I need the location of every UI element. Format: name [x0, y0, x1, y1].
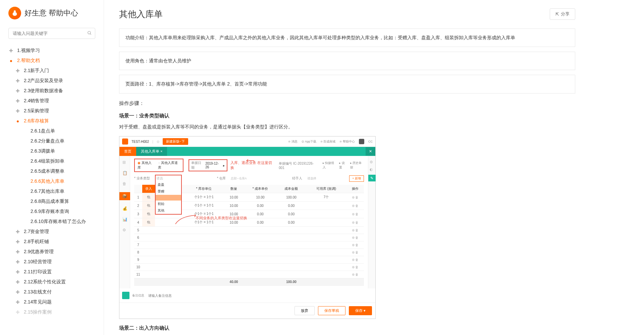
share-button[interactable]: ⇱ 分享	[550, 8, 575, 20]
intro-label: 功能介绍：	[125, 35, 149, 40]
ss-remark-icon	[122, 292, 129, 299]
ss-tool-icon: ◐	[370, 167, 374, 172]
role-text: 通常由仓管人员维护	[149, 58, 191, 63]
logo[interactable]: 好生意 帮助中心	[8, 7, 95, 19]
search-input[interactable]	[8, 28, 95, 39]
embedded-screenshot: TEST-H002 | ⊙ 新建新版−下 ⊙ 消息⊙ App下载⊙ 百成商城⊙ …	[119, 136, 376, 319]
plus-icon: ✚	[15, 229, 20, 234]
plus-icon: ✚	[15, 78, 20, 83]
nav-item[interactable]: 2.6.9库存账本查询	[8, 207, 95, 217]
search-box	[8, 28, 95, 39]
path-box: 页面路径：1、库存核算->库存管理->其他入库单 2、首页->常用功能	[119, 75, 575, 93]
ss-close-icon: ✕	[366, 147, 375, 156]
intro-box: 功能介绍：其他入库单用来处理除采购入库、产成品入库之外的其他入库业务，因此其他入…	[119, 29, 575, 47]
page-title: 其他入库单	[119, 8, 163, 20]
scene1-text: 对于受赠、盘盈或是拆装入库等不同的业务，是通过单据头【业务类型】进行区分。	[119, 122, 575, 131]
ss-draft-btn: 保存草稿	[318, 306, 345, 315]
nav-item[interactable]: ✚2.10经营管理	[8, 257, 95, 267]
nav-item[interactable]: ✚2.14常见问题	[8, 297, 95, 307]
plus-icon: ✚	[15, 88, 20, 94]
ss-nav-icon: 📋	[122, 171, 127, 175]
ss-add-btn: + 新增	[349, 175, 364, 182]
nav-item[interactable]: 2.6.10库存账本错了怎么办	[8, 217, 95, 227]
nav-item[interactable]: 2.6.6其他入库单	[8, 176, 95, 186]
ss-env: TEST-H002	[131, 140, 149, 144]
nav-item[interactable]: ✚2.13在线支付	[8, 287, 95, 297]
nav-label: 2.6库存核算	[24, 118, 49, 124]
plus-icon: ✚	[15, 259, 20, 265]
ss-nav-icon: 📦	[119, 192, 130, 200]
nav-item[interactable]: 2.6.3调拨单	[8, 146, 95, 156]
ss-tool-icon: ✎	[368, 175, 376, 181]
scene2-title: 场景二：出入方向确认	[119, 325, 575, 331]
annotation-text: 不同业务的入库类型在这里切换	[196, 216, 247, 221]
sidebar: 好生意 帮助中心 ✚ 1.视频学习 ● 2.帮助文档 ✚2.1新手入门✚2.2产…	[0, 0, 104, 335]
nav-item[interactable]: ✚ 2.15操作案例	[8, 307, 95, 317]
plus-icon: ✚	[15, 299, 20, 305]
ss-nav-icon: ⚙	[122, 228, 127, 232]
ss-nav-icon: 📊	[122, 217, 127, 222]
nav-item[interactable]: ✚2.4销售管理	[8, 96, 95, 106]
plus-icon: ✚	[15, 108, 20, 114]
nav-item[interactable]: 2.6.7其他出库单	[8, 186, 95, 197]
nav-item[interactable]: 2.6.1盘点单	[8, 126, 95, 136]
intro-text: 其他入库单用来处理除采购入库、产成品入库之外的其他入库业务，因此其他入库单可处理…	[149, 35, 515, 40]
path-label: 页面路径：	[125, 81, 149, 87]
ss-nav-icon: 🗑	[122, 181, 127, 186]
nav-item[interactable]: ✚2.1新手入门	[8, 66, 95, 76]
nav-item[interactable]: ✚2.7资金管理	[8, 227, 95, 237]
ss-guide-btn: 新建新版−下	[163, 138, 188, 145]
nav-item-docs[interactable]: ● 2.帮助文档	[8, 56, 95, 66]
logo-text: 好生意 帮助中心	[24, 8, 78, 18]
ss-save-btn: 保存 ▾	[349, 306, 372, 315]
nav-item[interactable]: ✚2.3使用前数据准备	[8, 86, 95, 96]
plus-icon: ✚	[15, 289, 20, 295]
nav-item[interactable]: 2.6.8商品成本重算	[8, 197, 95, 207]
scene1-title: 场景一：业务类型确认	[119, 113, 575, 119]
nav-item[interactable]: 2.6.4组装拆卸单	[8, 156, 95, 166]
role-label: 使用角色：	[125, 58, 149, 63]
plus-icon: ✚	[15, 269, 20, 275]
ss-biztype-dropdown: 请选 盘盈受赠 初始其他	[155, 175, 182, 182]
nav-item[interactable]: ✚2.12系统个性化设置	[8, 277, 95, 287]
nav-item-inventory[interactable]: ● 2.6库存核算	[8, 116, 95, 126]
ss-logo-icon	[122, 138, 128, 145]
ss-date-box: 单据日期 2019-12-26 ▸	[189, 159, 227, 171]
ss-avatar-icon	[359, 139, 364, 144]
plus-icon: ✚	[15, 249, 20, 255]
logo-icon	[8, 7, 21, 19]
svg-point-0	[88, 31, 91, 34]
plus-icon: ✚	[15, 279, 20, 285]
plus-icon: ✚	[8, 48, 14, 53]
path-text: 1、库存核算->库存管理->其他入库单 2、首页->常用功能	[149, 81, 267, 87]
share-icon: ⇱	[555, 12, 559, 17]
ss-tab-home: 首页	[119, 147, 136, 156]
nav-item[interactable]: 2.6.5成本调整单	[8, 166, 95, 176]
plus-icon: ✚	[15, 310, 20, 315]
nav-item[interactable]: ✚2.9优惠券管理	[8, 247, 95, 257]
plus-icon: ✚	[15, 239, 20, 244]
minus-icon: ●	[8, 58, 14, 63]
ss-type-radio-group: ◉ 其他入库 ○ 其他入库退库	[134, 159, 183, 172]
ss-remark-input	[147, 292, 373, 299]
steps-label: 操作步骤：	[119, 100, 575, 107]
share-label: 分享	[561, 11, 570, 17]
ss-cancel-btn: 放弃	[294, 306, 315, 315]
nav-item[interactable]: ✚2.5采购管理	[8, 106, 95, 116]
nav-item[interactable]: 2.6.2分量盘点单	[8, 136, 95, 146]
svg-line-1	[90, 34, 91, 35]
role-box: 使用角色：通常由仓管人员维护	[119, 52, 575, 70]
nav-item[interactable]: ✚2.8手机旺铺	[8, 237, 95, 247]
nav-label: 2.帮助文档	[17, 58, 40, 64]
plus-icon: ✚	[15, 68, 20, 73]
nav-label: 1.视频学习	[17, 48, 40, 54]
main-content: 其他入库单 ⇱ 分享 功能介绍：其他入库单用来处理除采购入库、产成品入库之外的其…	[104, 0, 590, 335]
nav-item-video[interactable]: ✚ 1.视频学习	[8, 46, 95, 56]
ss-nav-icon: 💰	[122, 206, 127, 211]
ss-tab-active: 其他入库单 ×	[136, 147, 167, 156]
nav-label: 2.15操作案例	[24, 309, 52, 315]
search-icon[interactable]	[87, 31, 92, 36]
nav-item[interactable]: ✚2.2产品安装及登录	[8, 76, 95, 86]
plus-icon: ✚	[15, 98, 20, 104]
nav-item[interactable]: ✚2.11打印设置	[8, 267, 95, 277]
